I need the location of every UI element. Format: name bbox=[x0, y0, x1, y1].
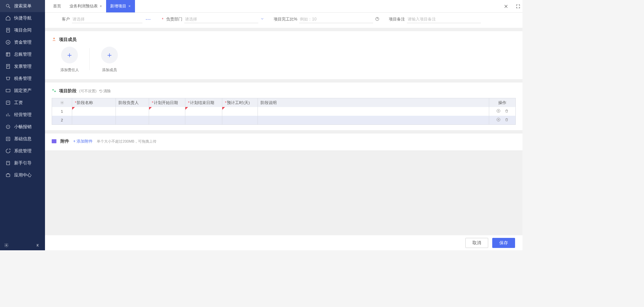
sidebar-item-sys[interactable]: 系统管理 bbox=[0, 145, 45, 157]
chevron-down-icon[interactable] bbox=[260, 17, 264, 22]
cell-end[interactable] bbox=[185, 116, 222, 124]
clear-stages-button[interactable]: 清除 bbox=[99, 89, 111, 94]
delete-row-icon[interactable] bbox=[505, 109, 509, 114]
svg-line-1 bbox=[9, 7, 10, 8]
asset-icon bbox=[5, 88, 11, 93]
add-owner-label: 添加责任人 bbox=[60, 67, 79, 72]
cell-owner[interactable] bbox=[116, 116, 149, 124]
cell-hours[interactable] bbox=[222, 107, 258, 116]
cell-owner[interactable] bbox=[116, 107, 149, 116]
col-start: *计划开始日期 bbox=[149, 98, 185, 107]
sidebar-item-guide[interactable]: 新手引导 bbox=[0, 157, 45, 169]
sidebar-item-label: 应用中心 bbox=[14, 172, 32, 178]
attachment-hint: 单个大小不超过200MB，可拖拽上传 bbox=[97, 139, 156, 144]
col-hours: *预计工时(天) bbox=[222, 98, 258, 107]
section-title: 项目阶段 bbox=[59, 88, 77, 94]
cell-start[interactable] bbox=[149, 116, 185, 124]
sidebar-item-quick[interactable]: 快捷导航 bbox=[0, 12, 45, 24]
svg-text:¥: ¥ bbox=[7, 41, 9, 44]
svg-point-32 bbox=[53, 38, 55, 39]
svg-point-0 bbox=[6, 4, 9, 7]
ops-cell bbox=[489, 116, 515, 124]
tab-label: 业务利润预估表 bbox=[70, 3, 98, 9]
field-label: 项目备注 bbox=[389, 16, 405, 22]
cell-name[interactable] bbox=[72, 116, 116, 124]
svg-rect-13 bbox=[6, 89, 10, 92]
delete-row-icon[interactable] bbox=[505, 118, 509, 123]
table-row[interactable]: 1 bbox=[52, 107, 489, 116]
cell-start[interactable] bbox=[149, 107, 185, 116]
add-row-icon[interactable] bbox=[496, 117, 501, 123]
svg-rect-34 bbox=[54, 91, 56, 92]
svg-rect-33 bbox=[52, 89, 54, 90]
sidebar-item-fund[interactable]: ¥ 资金管理 bbox=[0, 36, 45, 48]
add-owner-button[interactable]: ＋ bbox=[61, 47, 78, 63]
divider bbox=[89, 48, 90, 70]
form-row: 客户 ··· * 负责部门 项目完工比% bbox=[45, 13, 522, 28]
sidebar-item-label: 总账管理 bbox=[14, 51, 32, 57]
cell-name[interactable] bbox=[72, 107, 116, 116]
sidebar-item-label: 资金管理 bbox=[14, 39, 32, 45]
svg-rect-23 bbox=[6, 161, 9, 165]
sidebar-item-ledger[interactable]: 总账管理 bbox=[0, 48, 45, 60]
tab-profit-estimate[interactable]: 业务利润预估表 × bbox=[65, 0, 106, 12]
sidebar-item-label: 搜索菜单 bbox=[14, 3, 32, 9]
money-icon: ¥ bbox=[5, 40, 11, 45]
settings-icon[interactable] bbox=[4, 243, 9, 249]
clear-label: 清除 bbox=[103, 89, 111, 94]
sidebar-item-tax[interactable]: 税务管理 bbox=[0, 72, 45, 85]
add-attachment-button[interactable]: + 添加附件 bbox=[73, 139, 93, 144]
section-title: 附件 bbox=[60, 138, 69, 144]
sidebar-item-label: 新手引导 bbox=[14, 160, 32, 166]
percent-input[interactable] bbox=[299, 15, 373, 23]
tab-new-project[interactable]: 新增项目 × bbox=[106, 0, 135, 12]
table-row[interactable]: 2 bbox=[52, 116, 489, 124]
cell-desc[interactable] bbox=[258, 116, 489, 124]
empty-space bbox=[45, 150, 522, 238]
fullscreen-icon[interactable] bbox=[515, 3, 521, 9]
sidebar-item-label: 快捷导航 bbox=[14, 15, 32, 21]
more-icon[interactable]: ··· bbox=[144, 17, 152, 22]
cancel-button[interactable]: 取消 bbox=[465, 238, 488, 248]
person-icon bbox=[52, 37, 56, 43]
dept-input[interactable] bbox=[184, 15, 258, 23]
tab-home[interactable]: 首页 bbox=[49, 0, 65, 12]
close-icon[interactable]: × bbox=[128, 4, 130, 8]
field-label: 项目完工比% bbox=[274, 16, 297, 22]
sidebar-item-asset[interactable]: 固定资产 bbox=[0, 85, 45, 97]
sidebar-footer bbox=[0, 241, 45, 250]
sidebar-item-base[interactable]: 基础信息 bbox=[0, 133, 45, 145]
field-label: 负责部门 bbox=[166, 16, 182, 22]
close-panel-icon[interactable] bbox=[503, 3, 509, 9]
help-icon[interactable] bbox=[375, 17, 379, 22]
tax-icon bbox=[5, 76, 11, 81]
close-icon[interactable]: × bbox=[100, 4, 102, 8]
sidebar-item-salary[interactable]: 工资 bbox=[0, 97, 45, 109]
required-indicator bbox=[72, 107, 75, 110]
sidebar: 搜索菜单 快捷导航 项目合同 ¥ 资金管理 总账管理 发票管理 税务管理 固定资 bbox=[0, 0, 45, 250]
sidebar-item-reimb[interactable]: 小畅报销 bbox=[0, 121, 45, 133]
add-member-button[interactable]: ＋ bbox=[101, 47, 118, 63]
cell-end[interactable] bbox=[185, 107, 222, 116]
col-ops: 操作 bbox=[489, 98, 515, 107]
cell-desc[interactable] bbox=[258, 107, 489, 116]
tab-label: 新增项目 bbox=[110, 3, 126, 9]
col-gear[interactable] bbox=[52, 98, 72, 107]
sidebar-item-contract[interactable]: 项目合同 bbox=[0, 24, 45, 36]
save-button[interactable]: 保存 bbox=[492, 238, 515, 248]
customer-input[interactable] bbox=[72, 15, 142, 23]
sidebar-item-invoice[interactable]: 发票管理 bbox=[0, 60, 45, 72]
col-desc: 阶段说明 bbox=[258, 98, 489, 107]
salary-icon bbox=[5, 100, 11, 105]
folder-icon bbox=[52, 139, 56, 143]
sidebar-item-apps[interactable]: 应用中心 bbox=[0, 169, 45, 181]
sidebar-item-label: 基础信息 bbox=[14, 136, 32, 142]
svg-point-26 bbox=[6, 245, 7, 246]
tab-label: 首页 bbox=[53, 3, 61, 9]
add-row-icon[interactable] bbox=[496, 109, 501, 114]
cell-hours[interactable] bbox=[222, 116, 258, 124]
collapse-icon[interactable] bbox=[36, 243, 41, 249]
sidebar-item-search[interactable]: 搜索菜单 bbox=[0, 0, 45, 12]
remark-input[interactable] bbox=[407, 15, 481, 23]
sidebar-item-biz[interactable]: 经营管理 bbox=[0, 109, 45, 121]
